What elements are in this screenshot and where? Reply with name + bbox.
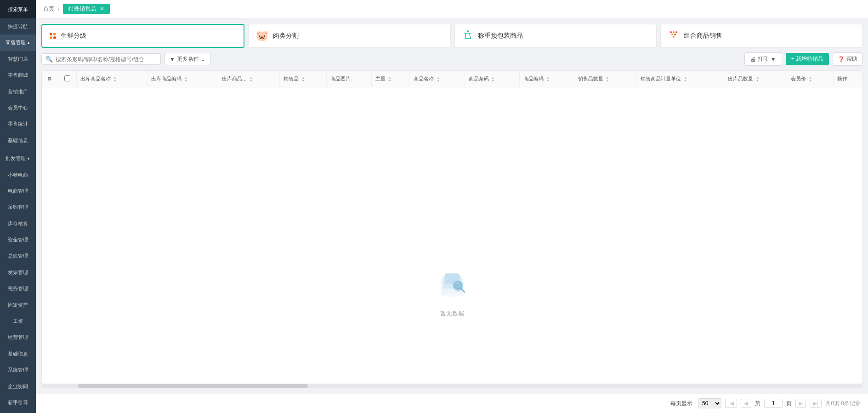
sidebar-item-label: 总账管理 (8, 253, 28, 258)
sidebar-item-system-mgmt[interactable]: 系统管理 (0, 362, 36, 378)
filter-icon: ▼ (170, 56, 175, 63)
sidebar-item-company-agreement[interactable]: 企业协同 (0, 379, 36, 395)
sidebar-item-label: 新手引导 (8, 400, 28, 405)
column-product-image: 商品图片 (326, 71, 371, 87)
sort-arrows-product-code: ▲▼ (546, 76, 550, 82)
sidebar-item-fixed-assets[interactable]: 固定资产 (0, 297, 36, 313)
page-area: 生鲜分级 🐷 肉类分割 称重预包装商品 (36, 18, 868, 413)
select-all-checkbox[interactable] (64, 75, 70, 81)
scale-icon (462, 29, 473, 43)
column-main-weight[interactable]: 主量 ▲▼ (371, 71, 410, 87)
sidebar-item-member-center[interactable]: 会员中心 (0, 100, 36, 116)
sidebar-logo[interactable]: 搜索菜单 (0, 0, 36, 18)
sidebar-item-retail-stats[interactable]: 零售统计 (0, 116, 36, 132)
close-icon[interactable]: ✕ (100, 6, 104, 12)
sidebar-item-invoice-mgmt[interactable]: 发票管理 (0, 264, 36, 281)
sidebar-item-label: 库存核算 (8, 221, 28, 226)
sidebar-item-label: 零售商城 (8, 72, 28, 78)
search-box[interactable]: 🔍 (41, 53, 161, 65)
column-out-product-name[interactable]: 出库商品名称 ▲▼ (76, 71, 147, 87)
last-page-button[interactable]: ▶| (810, 399, 822, 408)
sidebar-item-sales-promo[interactable]: 营销推广 (0, 84, 36, 100)
column-product-barcode[interactable]: 商品条码 ▲▼ (465, 71, 519, 87)
page-input[interactable]: 1 (764, 399, 783, 408)
search-icon: 🔍 (45, 56, 53, 63)
prev-page-button[interactable]: ◀ (741, 399, 751, 408)
sidebar-item-retail-mall[interactable]: 零售商城 (0, 67, 36, 83)
sidebar-logo-text: 搜索菜单 (8, 6, 28, 13)
sidebar-item-wholesale-mgmt[interactable]: 批发管理 ▼ (0, 150, 36, 166)
sidebar-item-label: 采购管理 (8, 204, 28, 210)
sidebar-item-quick-nav[interactable]: 快捷导航 (0, 18, 36, 34)
column-product-name[interactable]: 商品名称 ▲▼ (410, 71, 465, 87)
sidebar-item-basic-info2[interactable]: 基础信息 (0, 346, 36, 362)
column-operation: 操作 (834, 71, 862, 87)
empty-illustration (434, 265, 471, 302)
sidebar-item-retail-mgmt[interactable]: 零售管理 ▲ (0, 34, 36, 51)
column-member-price[interactable]: 会员价 ▲▼ (787, 71, 834, 87)
sort-arrows-sales-unit: ▲▼ (684, 76, 687, 82)
add-special-product-button[interactable]: + 新增特销品 (786, 53, 829, 65)
column-out-product-code[interactable]: 出库商品编码 ▲▼ (147, 71, 218, 87)
sidebar-item-mini-ecommerce[interactable]: 小畅电商 (0, 167, 36, 183)
sidebar-item-basic-info[interactable]: 基础信息 (0, 132, 36, 149)
sidebar-item-fund-mgmt[interactable]: 资金管理 (0, 232, 36, 248)
next-page-button[interactable]: ▶ (795, 399, 806, 408)
page-label-suffix: 页 (786, 400, 792, 407)
search-input[interactable] (56, 56, 157, 63)
chevron-down-icon: ▼ (771, 56, 776, 63)
breadcrumb-current-tab[interactable]: 特殊销售品 ✕ (63, 4, 109, 14)
tab-fresh-grading[interactable]: 生鲜分级 (41, 24, 244, 48)
sidebar-item-smart-store[interactable]: 智慧门店 (0, 51, 36, 67)
svg-point-5 (670, 31, 672, 33)
page-total: 共0页 0条记录 (825, 400, 861, 407)
column-sales-quantity[interactable]: 销售品数量 ▲▼ (574, 71, 637, 87)
column-product-code[interactable]: 商品编码 ▲▼ (519, 71, 574, 87)
tab-meat-cutting-label: 肉类分割 (273, 32, 299, 40)
sidebar: 搜索菜单 快捷导航 零售管理 ▲ 智慧门店 零售商城 营销推广 会员中心 零售统… (0, 0, 36, 413)
tab-meat-cutting[interactable]: 🐷 肉类分割 (248, 24, 450, 48)
sidebar-item-new-guide[interactable]: 新手引导 (0, 395, 36, 411)
settings-icon: ⚙ (47, 76, 52, 81)
tab-combo-sales[interactable]: 组合商品销售 (660, 24, 862, 48)
breadcrumb-home[interactable]: 首页 (43, 5, 54, 13)
main-content: 首页 / 特殊销售品 ✕ (36, 0, 868, 413)
print-button[interactable]: 🖨 打印 ▼ (744, 52, 782, 66)
column-sales-unit[interactable]: 销售商品计量单位 ▲▼ (637, 71, 724, 87)
column-sales-product[interactable]: 销售品 ▲▼ (280, 71, 326, 87)
sort-arrows-out-name: ▲▼ (113, 76, 117, 82)
tab-weigh-prepack[interactable]: 称重预包装商品 (454, 24, 657, 48)
sidebar-item-general-ledger[interactable]: 总账管理 (0, 248, 36, 264)
sidebar-item-hr[interactable]: 工资 (0, 313, 36, 329)
sort-arrows-sales: ▲▼ (301, 76, 305, 82)
sidebar-item-inventory[interactable]: 库存核算 (0, 216, 36, 232)
help-button[interactable]: ❓ 帮助 (833, 52, 862, 66)
help-icon: ❓ (838, 56, 845, 63)
sort-arrows-weight: ▲▼ (388, 76, 391, 82)
column-settings[interactable]: ⚙ (42, 71, 58, 87)
column-out-product-spec[interactable]: 出库商品... ▲▼ (218, 71, 280, 87)
sidebar-item-ecommerce-mgmt[interactable]: 电商管理 (0, 183, 36, 199)
first-page-button[interactable]: |◀ (725, 399, 737, 408)
tab-cards-row: 生鲜分级 🐷 肉类分割 称重预包装商品 (36, 18, 868, 48)
tab-fresh-grading-label: 生鲜分级 (61, 32, 86, 40)
tab-weigh-prepack-label: 称重预包装商品 (478, 32, 523, 40)
svg-point-8 (671, 34, 673, 35)
page-size-label: 每页显示 (670, 400, 692, 407)
sidebar-item-operations-mgmt[interactable]: 经营管理 (0, 329, 36, 345)
column-checkbox[interactable] (58, 71, 76, 87)
page-size-select[interactable]: 50 10 20 100 (698, 398, 721, 408)
sidebar-settings-btn[interactable]: ⚙ (0, 411, 36, 413)
scrollbar-track[interactable] (41, 384, 862, 388)
sidebar-item-tax-mgmt[interactable]: 税务管理 (0, 281, 36, 297)
sidebar-item-purchase-mgmt[interactable]: 采购管理 (0, 199, 36, 215)
filter-button[interactable]: ▼ 更多条件 ⌄ (165, 53, 210, 65)
table-header-row: ⚙ 出库商品名称 ▲▼ 出库商品编码 ▲▼ (42, 71, 862, 87)
print-label: 打印 (758, 55, 769, 63)
sidebar-item-label: 基础信息 (8, 138, 28, 143)
sidebar-item-label: 资金管理 (8, 237, 28, 242)
column-out-quantity[interactable]: 出库品数量 ▲▼ (724, 71, 787, 87)
scrollbar-thumb[interactable] (78, 384, 308, 388)
sidebar-item-label: 电商管理 (8, 188, 28, 194)
toolbar: 🔍 ▼ 更多条件 ⌄ 🖨 打印 ▼ + 新增特销品 (36, 48, 868, 70)
